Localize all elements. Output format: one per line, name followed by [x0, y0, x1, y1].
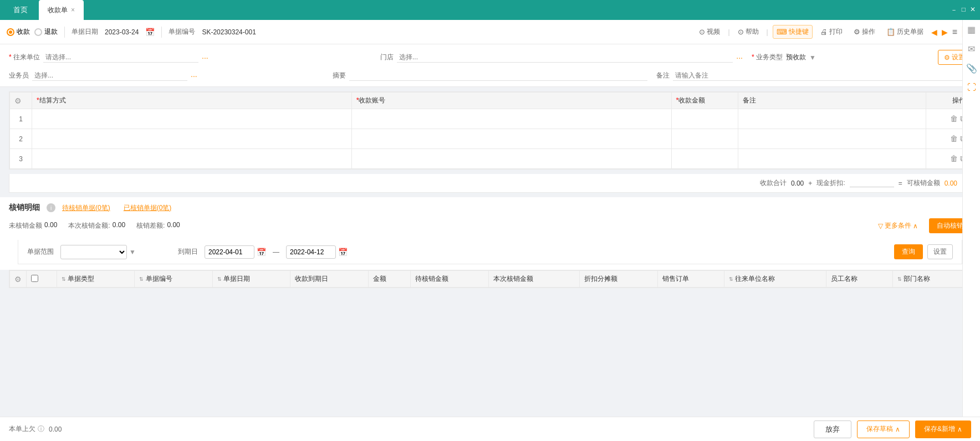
save-draft-arrow-icon[interactable]: ∧ — [895, 425, 900, 433]
help-btn[interactable]: ⊙ 帮助 — [734, 25, 762, 38]
shortcut-btn[interactable]: ⌨ 快捷键 — [773, 25, 813, 39]
current-owe-info-icon[interactable]: ⓘ — [38, 424, 44, 434]
staff-input[interactable] — [32, 70, 187, 81]
bottom-table: ⚙ ⇅ 单据类型 ⇅ 单据编号 ⇅ 单据日期 收款到期日 金额 待核销金额 本次… — [9, 270, 971, 288]
layout-icon[interactable]: ≡ — [952, 27, 957, 37]
counterparty-more-icon[interactable]: ··· — [202, 53, 208, 62]
nav-prev-icon[interactable]: ◀ — [931, 28, 937, 37]
current-label: 本次核销金额: — [68, 221, 110, 230]
staff-label: 业务员 — [9, 71, 29, 80]
unverified-label: 未核销金额 — [9, 221, 42, 230]
table-gear-icon[interactable]: ⚙ — [14, 96, 22, 105]
refund-radio[interactable]: 退款 — [34, 27, 58, 37]
range-label: 单据范围 — [27, 247, 54, 257]
row-1-account[interactable] — [351, 109, 671, 129]
row-2-account[interactable] — [351, 129, 671, 149]
counterparty-input[interactable] — [43, 52, 198, 63]
row-3-settlement[interactable] — [32, 149, 352, 169]
shortcut-icon: ⌨ — [777, 28, 787, 36]
verify-section: 核销明细 i 待核销单据(0笔) 已核销单据(0笔) 未核销金额 0.00 本次… — [0, 197, 980, 270]
sidebar-expand-icon[interactable]: ⛶ — [967, 83, 976, 93]
store-more-icon[interactable]: ··· — [736, 53, 743, 62]
row-2-remark[interactable] — [738, 129, 926, 149]
save-new-arrow-icon[interactable]: ∧ — [957, 425, 962, 433]
maximize-btn[interactable]: □ — [962, 6, 966, 15]
discard-button[interactable]: 放弃 — [814, 421, 851, 438]
refund-label: 退款 — [44, 27, 58, 37]
more-conditions-btn[interactable]: ▽ 更多条件 ∧ — [878, 221, 918, 230]
discount-input[interactable] — [850, 179, 894, 187]
th-config: ⚙ — [10, 93, 32, 109]
sidebar-clip-icon[interactable]: 📎 — [966, 63, 977, 74]
date-end-calendar-icon[interactable]: 📅 — [338, 248, 348, 257]
number-value[interactable]: SK-20230324-001 — [202, 28, 256, 36]
date-calendar-icon[interactable]: 📅 — [145, 28, 155, 37]
row-2-delete-icon[interactable]: 🗑 — [950, 134, 958, 143]
save-new-button[interactable]: 保存&新增 ∧ — [915, 421, 971, 438]
remark-input[interactable] — [673, 70, 971, 81]
row-1-remark[interactable] — [738, 109, 926, 129]
table-row: 1 🗑 ⧉ — [10, 109, 971, 129]
date-start-field: 📅 — [205, 245, 266, 259]
row-3-delete-icon[interactable]: 🗑 — [950, 154, 958, 163]
th-account-label: 收款账号 — [359, 96, 385, 104]
pending-tab[interactable]: 待核销单据(0笔) — [62, 203, 110, 213]
row-1-settlement[interactable] — [32, 109, 352, 129]
operation-btn[interactable]: ⚙ 操作 — [850, 25, 879, 38]
range-select[interactable] — [60, 245, 127, 259]
select-all-checkbox[interactable] — [31, 275, 38, 282]
summary-input[interactable] — [349, 70, 647, 81]
subtotal-label: 收款合计 — [760, 178, 787, 188]
row-3-remark[interactable] — [738, 149, 926, 169]
query-button[interactable]: 查询 — [894, 244, 923, 259]
row-3-account[interactable] — [351, 149, 671, 169]
row-3-amount[interactable] — [671, 149, 738, 169]
close-btn[interactable]: ✕ — [970, 6, 976, 15]
date-value[interactable]: 2023-03-24 — [105, 28, 139, 36]
type-radio-group: 收款 退款 — [7, 27, 58, 37]
row-1-amount[interactable] — [671, 109, 738, 129]
th-dept: ⇅ 部门名称 — [892, 271, 970, 288]
business-type-arrow[interactable]: ▼ — [809, 54, 816, 61]
diff-value: 0.00 — [167, 221, 180, 230]
current-value: 0.00 — [113, 221, 125, 230]
print-icon: 🖨 — [820, 28, 828, 36]
row-2-settlement[interactable] — [32, 129, 352, 149]
date-start-calendar-icon[interactable]: 📅 — [257, 248, 266, 257]
tab-bar: 首页 收款单 × － □ ✕ — [0, 0, 980, 20]
store-input[interactable] — [397, 52, 733, 63]
video-btn[interactable]: ⊙ 视频 — [696, 25, 723, 38]
date-start-input[interactable] — [205, 245, 254, 259]
sort-arrows-3: ⇅ — [217, 276, 222, 282]
th-due-date: 收款到期日 — [290, 271, 369, 288]
staff-more-icon[interactable]: ··· — [191, 71, 197, 80]
row-1-delete-icon[interactable]: 🗑 — [950, 114, 958, 124]
date-end-input[interactable] — [286, 245, 336, 259]
bottom-header-row: ⚙ ⇅ 单据类型 ⇅ 单据编号 ⇅ 单据日期 收款到期日 金额 待核销金额 本次… — [10, 271, 971, 288]
bottom-table-gear-icon[interactable]: ⚙ — [14, 275, 22, 284]
row-2-amount[interactable] — [671, 129, 738, 149]
nav-next-icon[interactable]: ▶ — [942, 28, 948, 37]
tab-active[interactable]: 收款单 × — [39, 0, 84, 20]
minimize-btn[interactable]: － — [951, 6, 957, 15]
done-tab[interactable]: 已核销单据(0笔) — [124, 203, 172, 213]
th-employee: 员工名称 — [826, 271, 892, 288]
verify-settings-button[interactable]: 设置 — [927, 244, 953, 259]
print-btn[interactable]: 🖨 打印 — [817, 25, 846, 38]
remark-label: 备注 — [656, 71, 670, 80]
receipt-radio-dot — [7, 28, 14, 36]
total-area: 收款合计 0.00 + 现金折扣: = 可核销金额 0.00 — [9, 174, 971, 193]
tab-home[interactable]: 首页 — [4, 0, 37, 20]
history-btn[interactable]: 📋 历史单据 — [883, 25, 927, 38]
sidebar-mail-icon[interactable]: ✉ — [968, 44, 975, 54]
save-draft-button[interactable]: 保存草稿 ∧ — [857, 421, 910, 438]
summary-field: 摘要 — [333, 70, 647, 81]
diff-label: 核销差额: — [136, 221, 165, 230]
receipt-radio[interactable]: 收款 — [7, 27, 30, 37]
sidebar-table-icon[interactable]: ▦ — [967, 24, 976, 35]
row-num-1: 1 — [10, 109, 32, 129]
sort-arrows-4: ⇅ — [729, 276, 733, 282]
verify-info-icon[interactable]: i — [47, 203, 55, 212]
staff-field: 业务员 ··· — [9, 70, 324, 81]
tab-close-icon[interactable]: × — [71, 6, 75, 14]
